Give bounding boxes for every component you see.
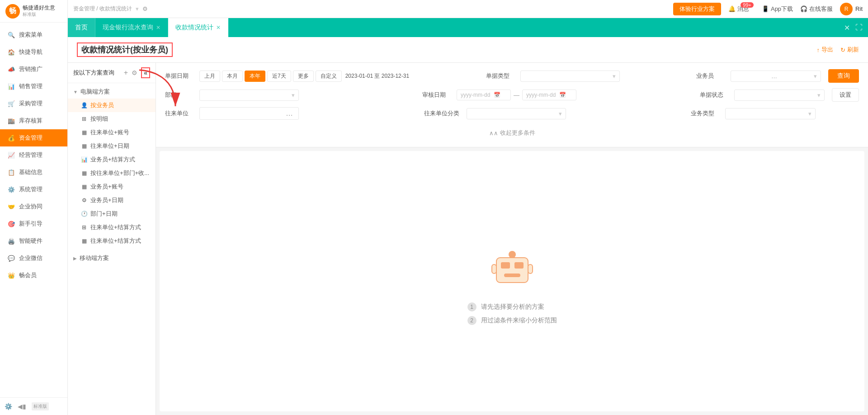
sidebar-nav: 🔍 搜索菜单 🏠 快捷导航 📣 营销推广 📊 销售管理 🛒 采购管理 🏬 库存核… [0,23,67,397]
top-header: 资金管理 / 收款情况统计 ▾ ⚙ 体验行业方案 🔔 消息 99+ 📱 App下… [68,0,868,18]
add-plan-icon[interactable]: + [124,69,128,77]
audit-date-end-input[interactable]: yyyy-mm-dd 📅 [522,90,576,100]
tab-home[interactable]: 首页 [68,18,95,37]
sidebar-item-wechat[interactable]: 💬 企业微信 [0,250,67,267]
partner-type-select[interactable]: ▾ [467,108,566,119]
calendar-end-icon[interactable]: 📅 [559,92,566,98]
date-btn-7days[interactable]: 近7天 [267,71,291,82]
system-icon: ⚙️ [7,185,15,193]
sidebar: 畅 畅捷通好生意 标准版 🔍 搜索菜单 🏠 快捷导航 📣 营销推广 📊 销售管理… [0,0,68,415]
biz-type-select[interactable]: ▾ [725,108,816,119]
query-button[interactable]: 查询 [828,69,859,83]
sidebar-item-member[interactable]: 👑 畅会员 [0,267,67,284]
collapse-up-icon: ∧∧ [489,130,498,137]
sidebar-item-marketing[interactable]: 📣 营销推广 [0,61,67,78]
setting-button[interactable]: 设置 [832,88,859,102]
user-avatar[interactable]: R Rit [840,3,863,15]
plan-item-dept-date[interactable]: 🕐 部门+日期 [68,207,156,221]
plan-item-salesperson-date[interactable]: ⚙ 业务员+日期 [68,193,156,207]
mobile-group-header[interactable]: ▶ 移动端方案 [68,251,156,265]
plan-item-salesperson-settle[interactable]: 📊 业务员+结算方式 [68,153,156,166]
date-btn-custom[interactable]: 自定义 [316,71,342,82]
sidebar-item-basic[interactable]: 📋 基础信息 [0,164,67,181]
plan-item-salesperson-account[interactable]: ▦ 业务员+账号 [68,180,156,193]
step-1-text: 请先选择要分析的方案 [481,303,544,311]
plan-item-partner-settle1[interactable]: ⊞ 往来单位+结算方式 [68,221,156,234]
sidebar-item-search[interactable]: 🔍 搜索菜单 [0,26,67,43]
home-tab-label: 首页 [75,24,88,32]
plan-item-partner-date[interactable]: ▦ 往来单位+日期 [68,139,156,153]
sidebar-item-enterprise[interactable]: 🤝 企业协同 [0,198,67,215]
gear-plan-icon[interactable]: ⚙ [132,69,137,76]
partner-type-label: 往来单位分类 [424,109,459,118]
empty-illustration [485,237,539,292]
sidebar-item-purchase[interactable]: 🛒 采购管理 [0,95,67,112]
step-num-2: 2 [467,316,476,325]
svg-rect-1 [501,262,510,269]
partner-dots-icon[interactable]: … [286,109,293,118]
app-download-button[interactable]: 📱 App下载 [762,5,793,13]
chevron-down-icon[interactable]: ▾ [136,5,139,12]
bank-flow-label: 现金银行流水查询 [103,24,153,32]
calendar-start-icon[interactable]: 📅 [494,92,500,98]
partner-type-chevron-icon: ▾ [559,110,562,117]
salesperson-dots[interactable]: … [771,73,777,80]
sidebar-item-system[interactable]: ⚙️ 系统管理 [0,181,67,198]
desktop-group-header[interactable]: ▼ 电脑端方案 [68,85,156,99]
plan-item-partner-dept-recv[interactable]: ▦ 按往来单位+部门+收... [68,166,156,180]
svg-rect-0 [496,258,528,283]
sidebar-item-sales[interactable]: 📊 销售管理 [0,78,67,95]
panel-title: 按以下方案查询 [73,69,120,77]
partner-select[interactable]: … [199,107,299,120]
audit-date-start-input[interactable]: yyyy-mm-dd 📅 [457,90,511,100]
mobile-group-label: 移动端方案 [80,254,109,262]
plan-item-by-detail[interactable]: ⊞ 按明细 [68,112,156,126]
member-icon: 👑 [7,271,15,279]
doc-type-select[interactable]: ▾ [520,71,620,82]
sidebar-item-operations[interactable]: 📈 经营管理 [0,146,67,164]
collapse-sidebar-icon[interactable]: ◀▮ [18,403,26,410]
tab-bank-flow[interactable]: 现金银行流水查询 ✕ [95,18,168,37]
date-btn-this-month[interactable]: 本月 [222,71,243,82]
sidebar-item-finance[interactable]: 💰 资金管理 [0,129,67,146]
settings-icon[interactable]: ⚙️ [5,403,12,410]
svg-rect-7 [528,264,533,274]
sidebar-item-hardware[interactable]: 🖨️ 智能硬件 [0,232,67,250]
audit-date-label: 审核日期 [422,91,449,99]
dept-select[interactable]: ▾ [199,90,299,101]
doc-status-select[interactable]: ▾ [734,90,825,101]
finance-icon: 💰 [7,134,15,142]
filter-row-3: 往来单位 … 往来单位分类 ▾ 业务类型 ▾ [165,107,859,120]
trial-button[interactable]: 体验行业方案 [673,3,721,15]
purchase-icon: 🛒 [7,99,15,108]
date-dash: — [514,92,519,99]
collapse-filters-button[interactable]: ∧∧ 收起更多条件 [165,125,859,141]
guide-icon: 🎯 [7,220,15,228]
plan-item-partner-settle2[interactable]: ▦ 往来单位+结算方式 [68,234,156,248]
desktop-group-label: 电脑端方案 [80,88,110,96]
settings-icon-header[interactable]: ⚙ [142,5,148,12]
salesperson-select[interactable]: … ▾ [731,71,821,82]
online-service-button[interactable]: 🎧 在线客服 [800,5,833,13]
close-window-icon[interactable]: ✕ [844,24,850,32]
partner-label: 往来单位 [165,109,192,118]
collapse-panel-icon[interactable]: « [141,67,150,78]
tab-receipt-close[interactable]: ✕ [216,24,221,31]
sidebar-item-inventory[interactable]: 🏬 库存核算 [0,112,67,129]
date-btn-more[interactable]: 更多 [293,71,314,82]
tab-bank-flow-close[interactable]: ✕ [156,24,160,31]
plan-item-by-salesperson[interactable]: 👤 按业务员 [68,99,156,112]
tab-receipt-stats[interactable]: 收款情况统计 ✕ [168,18,228,37]
date-btn-last-month[interactable]: 上月 [199,71,220,82]
table-icon-5: ▦ [80,237,88,245]
sidebar-item-guide[interactable]: 🎯 新手引导 [0,215,67,232]
maximize-icon[interactable]: ⛶ [855,24,863,32]
plan-item-partner-account[interactable]: ▦ 往来单位+账号 [68,126,156,139]
wechat-icon: 💬 [7,254,15,262]
page-header: 收款情况统计(按业务员) ↑ 导出 ↻ 刷新 [68,37,868,63]
export-button[interactable]: ↑ 导出 [817,46,834,54]
refresh-button[interactable]: ↻ 刷新 [840,46,859,54]
message-button[interactable]: 🔔 消息 99+ [728,5,749,13]
sidebar-item-quicknav[interactable]: 🏠 快捷导航 [0,43,67,61]
date-btn-this-year[interactable]: 本年 [245,71,265,82]
